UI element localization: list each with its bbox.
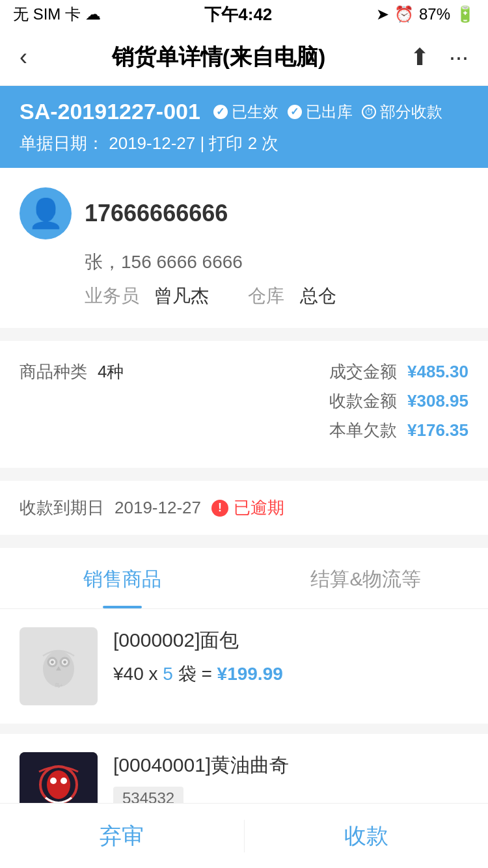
category-row: 商品种类 4种 bbox=[20, 360, 124, 383]
badge-shipped: 已出库 bbox=[288, 102, 353, 122]
category-count: 4种 bbox=[98, 360, 124, 383]
back-button[interactable]: ‹ bbox=[20, 44, 27, 71]
status-right: ➤ ⏰ 87% 🔋 bbox=[376, 5, 475, 23]
svg-point-12 bbox=[50, 778, 57, 784]
user-icon: 👤 bbox=[28, 197, 64, 230]
battery-text: 87% bbox=[419, 5, 450, 23]
svg-point-6 bbox=[63, 660, 66, 664]
location-icon: ➤ bbox=[376, 5, 389, 23]
product-name-1: [0000002]面包 bbox=[113, 627, 468, 654]
page-title: 销货单详情(来自电脑) bbox=[112, 42, 326, 72]
receipt-amount: ¥308.95 bbox=[407, 391, 468, 411]
price-unit-1: 袋 bbox=[178, 664, 197, 684]
debt-label: 本单欠款 bbox=[329, 419, 397, 442]
customer-meta: 业务员 曾凡杰 仓库 总仓 bbox=[20, 284, 468, 308]
debt-amount-row: 本单欠款 ¥176.35 bbox=[329, 419, 468, 442]
battery-icon: 🔋 bbox=[455, 5, 475, 23]
more-button[interactable]: ··· bbox=[449, 44, 468, 71]
order-id: SA-20191227-001 bbox=[20, 99, 200, 124]
customer-contact: 张，156 6666 6666 bbox=[20, 250, 468, 275]
customer-phone: 17666666666 bbox=[85, 200, 228, 227]
product-info-1: [0000002]面包 ¥40 x 5 袋 = ¥199.99 bbox=[113, 627, 468, 686]
payment-button[interactable]: 收款 bbox=[245, 808, 489, 864]
price-total-1: ¥199.99 bbox=[217, 664, 283, 684]
svg-point-11 bbox=[47, 770, 70, 799]
price-qty-1: 5 bbox=[163, 664, 173, 684]
warehouse-name: 总仓 bbox=[300, 286, 336, 306]
tab-sales-products[interactable]: 销售商品 bbox=[0, 548, 244, 608]
badge-effective: 已生效 bbox=[213, 102, 278, 122]
nav-bar: ‹ 销货单详情(来自电脑) ⬆ ··· bbox=[0, 29, 488, 86]
check-icon-2 bbox=[288, 105, 302, 119]
check-icon-1 bbox=[213, 105, 228, 119]
summary-left: 商品种类 4种 bbox=[20, 360, 124, 387]
tab-settlement[interactable]: 结算&物流等 bbox=[244, 548, 488, 608]
signal-text: 无 SIM 卡 ☁ bbox=[13, 4, 101, 25]
order-header-banner: SA-20191227-001 已生效 已出库 ⏱ 部分收款 单据日期： 201… bbox=[0, 86, 488, 168]
nav-actions: ⬆ ··· bbox=[410, 44, 468, 71]
svg-text:鸟+: 鸟+ bbox=[55, 683, 63, 688]
svg-point-13 bbox=[61, 778, 67, 784]
debt-amount: ¥176.35 bbox=[407, 420, 468, 441]
category-label: 商品种类 bbox=[20, 360, 87, 383]
sales-label: 业务员 bbox=[85, 286, 139, 306]
trans-amount-row: 成交金额 ¥485.30 bbox=[329, 360, 468, 383]
status-left: 无 SIM 卡 ☁ bbox=[13, 4, 101, 25]
svg-point-5 bbox=[51, 660, 54, 664]
product-thumb-1: 鸟+ bbox=[20, 627, 98, 705]
warehouse-label: 仓库 bbox=[248, 286, 284, 306]
product-name-2: [00040001]黄油曲奇 bbox=[113, 752, 468, 779]
due-date-section: 收款到期日 2019-12-27 ! 已逾期 bbox=[0, 481, 488, 535]
product-price-1: ¥40 x 5 袋 = ¥199.99 bbox=[113, 662, 468, 686]
due-date-label: 收款到期日 bbox=[20, 496, 104, 519]
badge-partial-payment: ⏱ 部分收款 bbox=[362, 102, 442, 122]
status-time: 下午4:42 bbox=[204, 3, 272, 26]
tabs-section: 销售商品 结算&物流等 bbox=[0, 548, 488, 609]
sales-name: 曾凡杰 bbox=[154, 286, 209, 306]
share-button[interactable]: ⬆ bbox=[410, 44, 429, 71]
tabs-row: 销售商品 结算&物流等 bbox=[0, 548, 488, 609]
alarm-icon: ⏰ bbox=[394, 5, 414, 23]
overdue-text: 已逾期 bbox=[234, 496, 284, 519]
trans-label: 成交金额 bbox=[329, 360, 397, 383]
avatar: 👤 bbox=[20, 187, 72, 239]
status-bar: 无 SIM 卡 ☁ 下午4:42 ➤ ⏰ 87% 🔋 bbox=[0, 0, 488, 29]
warehouse-meta: 仓库 总仓 bbox=[248, 284, 336, 308]
summary-right: 成交金额 ¥485.30 收款金额 ¥308.95 本单欠款 ¥176.35 bbox=[329, 360, 468, 448]
banner-top-row: SA-20191227-001 已生效 已出库 ⏱ 部分收款 bbox=[20, 99, 468, 124]
receipt-label: 收款金额 bbox=[329, 390, 397, 413]
price-base-1: ¥40 bbox=[113, 664, 144, 684]
bottom-bar: 弃审 收款 bbox=[0, 803, 488, 868]
trans-amount: ¥485.30 bbox=[407, 362, 468, 382]
banner-date-row: 单据日期： 2019-12-27 | 打印 2 次 bbox=[20, 132, 468, 155]
status-badges: 已生效 已出库 ⏱ 部分收款 bbox=[213, 102, 442, 122]
customer-section: 👤 17666666666 张，156 6666 6666 业务员 曾凡杰 仓库… bbox=[0, 168, 488, 328]
abandon-review-button[interactable]: 弃审 bbox=[0, 808, 244, 864]
product-image-1: 鸟+ bbox=[33, 640, 85, 692]
due-date-value: 2019-12-27 bbox=[115, 498, 201, 518]
receipt-amount-row: 收款金额 ¥308.95 bbox=[329, 390, 468, 413]
overdue-badge: ! 已逾期 bbox=[211, 496, 284, 519]
summary-section: 商品种类 4种 成交金额 ¥485.30 收款金额 ¥308.95 本单欠款 ¥… bbox=[0, 341, 488, 468]
overdue-icon: ! bbox=[211, 500, 228, 517]
customer-row: 👤 17666666666 bbox=[20, 187, 468, 239]
product-card-1: 鸟+ [0000002]面包 ¥40 x 5 袋 = ¥199.99 bbox=[0, 609, 488, 724]
clock-icon: ⏱ bbox=[362, 105, 376, 119]
sales-meta: 业务员 曾凡杰 bbox=[85, 284, 209, 308]
